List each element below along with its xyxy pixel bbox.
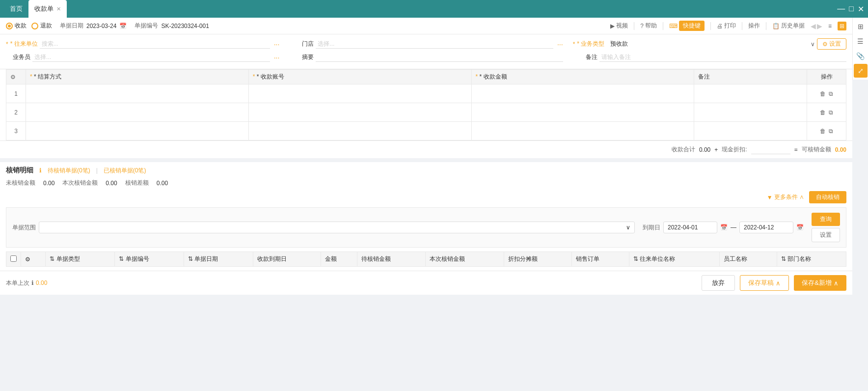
note-input[interactable]	[599, 53, 846, 62]
video-icon: ▶	[610, 23, 615, 29]
reconcile-info-icon[interactable]: ℹ	[39, 167, 42, 174]
sidebar-expand-icon[interactable]: ⤢	[854, 64, 868, 78]
pending-tab-link[interactable]: 待核销单据(0笔)	[48, 167, 90, 175]
th-staff-name: 员工名称	[720, 252, 777, 267]
setting-button[interactable]: ⚙ 设置	[817, 38, 846, 50]
nav-left-icon[interactable]: ◀	[811, 22, 816, 30]
th-bt-amount: 金额	[321, 252, 357, 267]
table-header-row: ⚙ * * 结算方式 * * 收款账号 * * 收款金额	[6, 70, 846, 84]
row-3-amount[interactable]	[471, 122, 694, 140]
save-draft-button[interactable]: 保存草稿 ∧	[740, 275, 789, 291]
date-label: 单据日期	[60, 22, 83, 30]
reconcile-header: 核销明细 ℹ 待核销单据(0笔) | 已核销单据(0笔)	[6, 166, 846, 175]
query-actions: 查询 设置	[812, 213, 840, 242]
history-action[interactable]: 📋 历史单据	[772, 22, 805, 30]
save-new-arrow-icon[interactable]: ∧	[834, 279, 839, 287]
save-draft-arrow-icon[interactable]: ∧	[776, 279, 781, 287]
right-sidebar: ⊞ ☰ 📎 ⤢	[852, 18, 868, 80]
select-all-checkbox[interactable]	[10, 255, 17, 262]
staff-input[interactable]	[32, 53, 270, 62]
prev-info-icon[interactable]: ℹ	[31, 279, 34, 286]
date-from-input[interactable]	[663, 222, 717, 233]
row-2-actions: 🗑 ⧉	[807, 103, 846, 122]
row-2-settlement[interactable]	[26, 103, 249, 122]
row-3-note[interactable]	[694, 122, 807, 140]
btype-req: *	[573, 41, 575, 48]
maximize-icon[interactable]: □	[849, 4, 854, 14]
nav-right-icon[interactable]: ▶	[817, 22, 822, 30]
row-1-amount[interactable]	[471, 84, 694, 103]
operate-action[interactable]: 操作	[748, 22, 760, 30]
store-input[interactable]	[316, 39, 553, 49]
shortcut-action[interactable]: ⌨ 快捷键	[669, 21, 705, 31]
row-2-account[interactable]	[248, 103, 471, 122]
layout-icon-grid[interactable]: ⊞	[838, 22, 846, 30]
range-label: 单据范围	[12, 223, 36, 232]
radio-receipt[interactable]: 收款	[6, 22, 27, 30]
row-1-delete-icon[interactable]: 🗑	[820, 90, 826, 97]
row-3-copy-icon[interactable]: ⧉	[829, 128, 833, 135]
range-select[interactable]: ∨	[39, 222, 635, 233]
store-label: 门店	[289, 40, 314, 48]
bottom-table: ⚙ ⇅ 单据类型 ⇅ 单据编号 ⇅	[6, 251, 846, 267]
counterparty-input[interactable]	[40, 39, 270, 49]
done-tab-link[interactable]: 已核销单据(0笔)	[104, 167, 146, 175]
row-1-copy-icon[interactable]: ⧉	[829, 90, 833, 97]
table-gear-icon[interactable]: ⚙	[10, 74, 16, 81]
minimize-icon[interactable]: —	[837, 4, 845, 14]
auto-writeoff-button[interactable]: 自动核销	[809, 191, 846, 203]
store-more-icon[interactable]: ···	[557, 40, 563, 48]
sidebar-table-icon[interactable]: ⊞	[854, 20, 868, 33]
cal-from-icon[interactable]: 📅	[720, 224, 728, 231]
writeoff-diff-value: 0.00	[157, 180, 168, 187]
row-1-note[interactable]	[694, 84, 807, 103]
video-action[interactable]: ▶ 视频	[610, 22, 628, 30]
sidebar-list-icon[interactable]: ☰	[854, 34, 868, 48]
query-button[interactable]: 查询	[812, 213, 840, 226]
discount-input[interactable]	[751, 145, 790, 154]
row-3-settlement[interactable]	[26, 122, 249, 140]
radio-receipt-dot	[6, 23, 13, 29]
bottom-gear-icon[interactable]: ⚙	[25, 256, 30, 263]
more-conditions-btn[interactable]: ▼ 更多条件 ∧	[767, 193, 804, 201]
date-to-input[interactable]	[739, 222, 793, 233]
staff-more-icon[interactable]: ···	[274, 54, 280, 61]
row-2-amount[interactable]	[471, 103, 694, 122]
shortcut-label[interactable]: 快捷键	[679, 21, 705, 31]
abandon-button[interactable]: 放弃	[702, 275, 735, 291]
summary-input[interactable]	[316, 53, 563, 62]
row-1-settlement[interactable]	[26, 84, 249, 103]
main-content: 收款 退款 单据日期 2023-03-24 📅 单据编号 SK-20230324…	[0, 18, 852, 271]
row-2-note[interactable]	[694, 103, 807, 122]
btype-arrow[interactable]: ∨	[811, 41, 815, 48]
row-3-account[interactable]	[248, 122, 471, 140]
row-1-account[interactable]	[248, 84, 471, 103]
calendar-icon[interactable]: 📅	[119, 23, 127, 29]
cal-to-icon[interactable]: 📅	[796, 224, 804, 231]
close-icon[interactable]: ✕	[858, 4, 864, 14]
row-2-delete-icon[interactable]: 🗑	[820, 109, 826, 116]
layout-icon-list[interactable]: ≡	[828, 23, 832, 29]
row-2-copy-icon[interactable]: ⧉	[829, 109, 833, 116]
tab-home[interactable]: 首页	[4, 0, 28, 18]
print-action[interactable]: 🖨 打印	[717, 22, 736, 30]
radio-receipt-label: 收款	[15, 22, 27, 30]
unwritten-value: 0.00	[43, 180, 54, 187]
save-new-button[interactable]: 保存&新增 ∧	[794, 275, 846, 291]
note-field: 备注	[573, 53, 846, 62]
help-action[interactable]: ? 帮助	[640, 22, 657, 30]
th-due-date: 收款到期日	[253, 252, 321, 267]
setting-label: 设置	[829, 40, 841, 48]
tab-close-icon[interactable]: ✕	[56, 6, 61, 12]
sidebar-clip-icon[interactable]: 📎	[854, 49, 868, 63]
th-doc-type: ⇅ 单据类型	[46, 252, 115, 267]
query-setting-button[interactable]: 设置	[812, 228, 840, 242]
tab-receipt[interactable]: 收款单 ✕	[28, 0, 67, 18]
radio-refund[interactable]: 退款	[31, 22, 52, 30]
summary-label: 摘要	[289, 53, 314, 61]
table-row: 2 🗑 ⧉	[6, 103, 846, 122]
help-icon: ?	[640, 23, 644, 29]
total-label: 收款合计	[672, 145, 695, 154]
row-3-delete-icon[interactable]: 🗑	[820, 128, 826, 135]
counterparty-more-icon[interactable]: ···	[274, 40, 280, 48]
